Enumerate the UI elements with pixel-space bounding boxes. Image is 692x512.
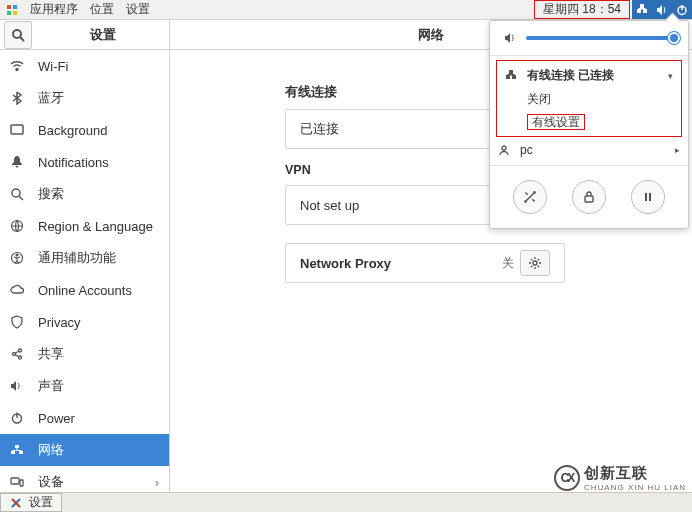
sidebar-item-label: 搜索 bbox=[38, 185, 64, 203]
svg-rect-5 bbox=[643, 9, 647, 13]
user-icon bbox=[498, 144, 512, 156]
sidebar-item-network[interactable]: 网络 bbox=[0, 434, 169, 466]
svg-point-32 bbox=[533, 261, 537, 265]
cloud-icon bbox=[10, 283, 26, 297]
sidebar-item-notifications[interactable]: Notifications bbox=[0, 146, 169, 178]
sound-icon bbox=[10, 379, 26, 393]
sidebar-item-sharing[interactable]: 共享 bbox=[0, 338, 169, 370]
globe-icon bbox=[10, 219, 26, 233]
system-tray[interactable] bbox=[632, 0, 692, 19]
proxy-off-label: 关 bbox=[502, 255, 514, 272]
wifi-icon bbox=[10, 59, 26, 73]
privacy-icon bbox=[10, 315, 26, 329]
proxy-label: Network Proxy bbox=[300, 256, 391, 271]
background-icon bbox=[10, 123, 26, 137]
sidebar-item-sound[interactable]: 声音 bbox=[0, 370, 169, 402]
popup-user-row[interactable]: pc ▸ bbox=[490, 139, 688, 161]
sidebar-item-bluetooth[interactable]: 蓝牙 bbox=[0, 82, 169, 114]
proxy-settings-button[interactable] bbox=[520, 250, 550, 276]
chevron-right-icon: ▸ bbox=[675, 145, 680, 155]
svg-point-40 bbox=[534, 192, 535, 193]
svg-rect-1 bbox=[13, 5, 17, 9]
search-button[interactable] bbox=[4, 21, 32, 49]
settings-sidebar: Wi-Fi 蓝牙 Background Notifications 搜索 Reg… bbox=[0, 50, 170, 492]
popup-wired-off[interactable]: 关闭 bbox=[497, 88, 681, 111]
taskbar-item-label: 设置 bbox=[29, 494, 53, 511]
svg-rect-29 bbox=[13, 450, 22, 451]
sidebar-item-privacy[interactable]: Privacy bbox=[0, 306, 169, 338]
sidebar-item-wifi[interactable]: Wi-Fi bbox=[0, 50, 169, 82]
accessibility-icon bbox=[10, 251, 26, 265]
svg-rect-25 bbox=[11, 451, 15, 454]
sidebar-item-background[interactable]: Background bbox=[0, 114, 169, 146]
svg-point-11 bbox=[13, 30, 21, 38]
menu-applications[interactable]: 应用程序 bbox=[24, 1, 84, 18]
lock-action-button[interactable] bbox=[572, 180, 606, 214]
sidebar-item-region[interactable]: Region & Language bbox=[0, 210, 169, 242]
taskbar-item-settings[interactable]: 设置 bbox=[0, 493, 62, 512]
sidebar-item-label: Notifications bbox=[38, 155, 109, 170]
svg-rect-41 bbox=[585, 196, 593, 202]
svg-rect-2 bbox=[7, 11, 11, 15]
svg-point-38 bbox=[502, 146, 506, 150]
watermark: CX 创新互联 CHUANG XIN HU LIAN bbox=[554, 464, 686, 492]
popup-wired-settings[interactable]: 有线设置 bbox=[497, 111, 681, 134]
settings-action-button[interactable] bbox=[513, 180, 547, 214]
svg-rect-8 bbox=[639, 8, 646, 9]
power-icon bbox=[10, 411, 26, 425]
network-icon bbox=[10, 443, 26, 457]
sidebar-item-label: Power bbox=[38, 411, 75, 426]
svg-rect-0 bbox=[7, 5, 11, 9]
menu-settings[interactable]: 设置 bbox=[120, 1, 156, 18]
settings-taskbar-icon bbox=[9, 496, 23, 510]
svg-line-16 bbox=[19, 196, 23, 200]
popup-actions bbox=[490, 170, 688, 218]
network-icon bbox=[505, 70, 519, 82]
svg-rect-31 bbox=[20, 480, 23, 486]
panel-clock[interactable]: 星期四 18：54 bbox=[534, 0, 630, 19]
sidebar-item-label: 共享 bbox=[38, 345, 64, 363]
svg-rect-37 bbox=[508, 74, 515, 75]
svg-rect-4 bbox=[637, 9, 641, 13]
svg-rect-43 bbox=[649, 193, 651, 201]
svg-rect-30 bbox=[11, 478, 19, 484]
wired-submenu-highlight: 有线连接 已连接 ▾ 关闭 有线设置 bbox=[496, 60, 682, 137]
devices-icon bbox=[10, 475, 26, 489]
chevron-down-icon: ▾ bbox=[668, 71, 673, 81]
sidebar-item-search[interactable]: 搜索 bbox=[0, 178, 169, 210]
sidebar-item-label: Wi-Fi bbox=[38, 59, 68, 74]
sidebar-item-label: 网络 bbox=[38, 441, 64, 459]
svg-rect-14 bbox=[11, 125, 23, 134]
network-tray-icon[interactable] bbox=[632, 0, 652, 19]
search-icon bbox=[10, 187, 26, 201]
menu-places[interactable]: 位置 bbox=[84, 1, 120, 18]
power-action-button[interactable] bbox=[631, 180, 665, 214]
sidebar-item-label: Region & Language bbox=[38, 219, 153, 234]
wired-status-text: 已连接 bbox=[300, 120, 339, 138]
sidebar-item-label: Background bbox=[38, 123, 107, 138]
network-proxy-row[interactable]: Network Proxy 关 bbox=[285, 243, 565, 283]
svg-point-13 bbox=[16, 69, 18, 71]
bell-icon bbox=[10, 155, 26, 169]
sidebar-item-online-accounts[interactable]: Online Accounts bbox=[0, 274, 169, 306]
sidebar-item-devices[interactable]: 设备 › bbox=[0, 466, 169, 492]
svg-rect-42 bbox=[645, 193, 647, 201]
sidebar-item-accessibility[interactable]: 通用辅助功能 bbox=[0, 242, 169, 274]
svg-point-39 bbox=[525, 201, 526, 202]
sidebar-item-label: Online Accounts bbox=[38, 283, 132, 298]
watermark-main: 创新互联 bbox=[584, 464, 686, 483]
sidebar-item-power[interactable]: Power bbox=[0, 402, 169, 434]
svg-line-12 bbox=[20, 37, 24, 41]
sidebar-item-label: 蓝牙 bbox=[38, 89, 64, 107]
sidebar-title: 设置 bbox=[36, 26, 169, 44]
activities-icon bbox=[4, 2, 20, 18]
sidebar-item-label: 声音 bbox=[38, 377, 64, 395]
volume-slider[interactable] bbox=[526, 36, 674, 40]
popup-wired-header[interactable]: 有线连接 已连接 ▾ bbox=[497, 63, 681, 88]
bluetooth-icon bbox=[10, 91, 26, 105]
popup-wired-title: 有线连接 已连接 bbox=[527, 67, 614, 84]
bottom-taskbar: 设置 bbox=[0, 492, 692, 512]
chevron-right-icon: › bbox=[155, 475, 159, 490]
sidebar-item-label: Privacy bbox=[38, 315, 81, 330]
svg-rect-3 bbox=[13, 11, 17, 15]
